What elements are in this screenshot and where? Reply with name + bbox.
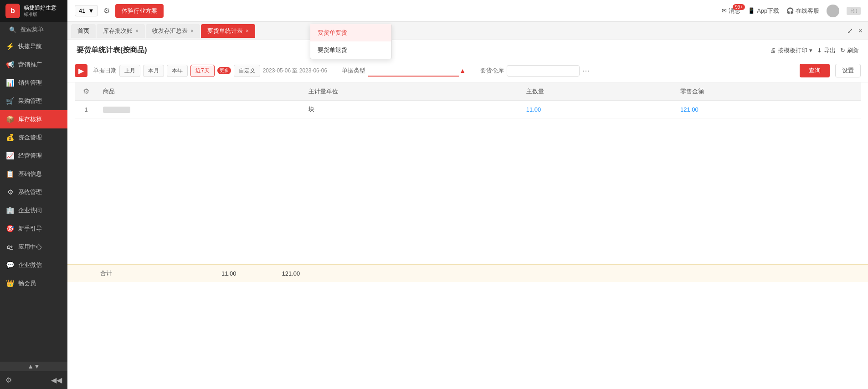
sidebar-icon-operations: 📈 <box>5 151 15 160</box>
online-service-btn[interactable]: 🎧 在线客服 <box>786 7 819 15</box>
date-btn-7days[interactable]: 近7天 <box>190 65 215 77</box>
sidebar-scroll-up[interactable]: ▲ <box>27 363 34 370</box>
sidebar-item-marketing[interactable]: 📢营销推广 <box>0 56 67 74</box>
sidebar-footer: ⚙ ◀◀ <box>0 371 67 389</box>
tab-inventory-batch[interactable]: 库存批次账 × <box>97 24 145 38</box>
type-chevron-up-icon[interactable]: ▲ <box>459 67 466 74</box>
type-input-wrapper: ▲ <box>368 65 466 77</box>
type-dropdown: 要货单要货 要货单退货 <box>310 40 392 59</box>
product-name-blurred <box>103 107 130 113</box>
topbar-gear-icon[interactable]: ⚙ <box>103 6 110 15</box>
type-filter-input[interactable] <box>368 65 459 77</box>
tab-receivable-summary-close[interactable]: × <box>190 28 194 34</box>
export-icon: ⬇ <box>817 47 822 54</box>
sidebar-label-marketing: 营销推广 <box>18 61 42 69</box>
settings-icon[interactable]: ⚙ <box>5 376 12 384</box>
tenant-selector[interactable]: 41 ▼ <box>75 5 98 16</box>
footer-quantity: 11.00 <box>221 270 236 277</box>
col-product-header: 商品 <box>98 82 303 101</box>
sidebar-icon-marketing: 📢 <box>5 60 15 69</box>
sidebar-label-operations: 经营管理 <box>18 152 42 160</box>
sidebar-icon-guide: 🎯 <box>5 224 15 233</box>
sidebar-label-basic: 基础信息 <box>18 170 42 178</box>
tab-receivable-summary[interactable]: 收发存汇总表 × <box>146 24 200 38</box>
page-actions: 🖨 按模板打印 ▾ ⬇ 导出 ↻ 刷新 <box>770 46 859 55</box>
main-area: 41 ▼ ⚙ 体验行业方案 ✉ 消息 99+ 📱 App下载 🎧 在线客服 Ri… <box>67 0 868 389</box>
date-btn-this-month[interactable]: 本月 <box>143 65 164 77</box>
sidebar-search[interactable]: 🔍 搜索菜单 <box>0 22 67 37</box>
type-filter-label: 单据类型 <box>342 67 365 75</box>
sidebar-item-guide[interactable]: 🎯新手引导 <box>0 220 67 238</box>
sidebar-scroll-down[interactable]: ▼ <box>34 363 40 370</box>
sidebar-icon-wechat: 💬 <box>5 261 15 270</box>
cell-index: 1 <box>75 101 98 118</box>
date-btn-last-month[interactable]: 上月 <box>119 65 140 77</box>
sidebar-item-member[interactable]: 👑畅会员 <box>0 274 67 292</box>
sidebar-item-system[interactable]: ⚙系统管理 <box>0 183 67 201</box>
app-logo: b <box>5 4 20 18</box>
table-row: 1 块 11.00 121.00 <box>75 101 861 118</box>
sidebar-item-enterprise[interactable]: 🏢企业协同 <box>0 201 67 220</box>
tab-home[interactable]: 首页 <box>71 24 96 38</box>
more-dates-badge[interactable]: 更多 <box>217 67 231 74</box>
sidebar-item-basic[interactable]: 📋基础信息 <box>0 165 67 183</box>
sidebar-icon-basic: 📋 <box>5 169 15 179</box>
sidebar-icon-enterprise: 🏢 <box>5 206 15 215</box>
query-btn[interactable]: 查询 <box>800 64 830 77</box>
table-body: 1 块 11.00 121.00 <box>75 101 861 118</box>
sidebar-item-quick-nav[interactable]: ⚡快捷导航 <box>0 37 67 56</box>
tab-actions: ⤢ × <box>845 26 864 36</box>
cell-amount[interactable]: 121.00 <box>675 101 861 118</box>
data-table: ⚙ 商品 主计量单位 主数量 零售金额 1 <box>75 82 861 118</box>
sidebar-item-purchase[interactable]: 🛒采购管理 <box>0 92 67 110</box>
sidebar-item-appstore[interactable]: 🛍应用中心 <box>0 238 67 256</box>
content-spacer <box>67 118 868 264</box>
cell-quantity[interactable]: 11.00 <box>521 101 675 118</box>
sidebar-label-sales: 销售管理 <box>18 79 42 87</box>
tab-order-stats[interactable]: 要货单统计表 × <box>201 24 255 38</box>
sidebar-icon-purchase: 🛒 <box>5 97 15 106</box>
col-settings-header[interactable]: ⚙ <box>75 82 98 101</box>
sidebar-item-finance[interactable]: 💰资金管理 <box>0 128 67 147</box>
table-settings-icon[interactable]: ⚙ <box>83 87 89 95</box>
chevron-down-small-icon: ▾ <box>809 47 812 54</box>
sidebar-label-wechat: 企业微信 <box>18 261 42 269</box>
refresh-btn[interactable]: ↻ 刷新 <box>840 46 859 55</box>
collapse-icon[interactable]: ◀◀ <box>51 376 62 384</box>
tab-fullscreen-btn[interactable]: ⤢ <box>845 26 855 36</box>
print-btn[interactable]: 🖨 按模板打印 ▾ <box>770 46 812 55</box>
messages-btn[interactable]: ✉ 消息 99+ <box>722 7 740 15</box>
sidebar-label-inventory: 库存核算 <box>18 115 42 123</box>
tab-inventory-batch-close[interactable]: × <box>135 28 139 34</box>
col-unit-header: 主计量单位 <box>303 82 521 101</box>
sidebar-icon-appstore: 🛍 <box>5 242 15 251</box>
date-btn-custom[interactable]: 自定义 <box>234 65 260 77</box>
tab-home-label: 首页 <box>77 27 89 35</box>
sidebar-item-wechat[interactable]: 💬企业微信 <box>0 256 67 274</box>
user-avatar[interactable] <box>827 5 839 17</box>
tabbar: 首页 库存批次账 × 收发存汇总表 × 要货单统计表 × ⤢ × <box>67 22 868 40</box>
tab-order-stats-close[interactable]: × <box>246 28 249 34</box>
export-btn[interactable]: ⬇ 导出 <box>817 46 836 55</box>
warehouse-more-icon[interactable]: ⋯ <box>582 67 590 75</box>
sidebar-icon-sales: 📊 <box>5 78 15 87</box>
sidebar-label-system: 系统管理 <box>18 188 42 196</box>
topbar-left: 41 ▼ ⚙ 体验行业方案 <box>75 4 164 18</box>
settings-btn[interactable]: 设置 <box>835 64 861 77</box>
sidebar-item-operations[interactable]: 📈经营管理 <box>0 147 67 165</box>
warehouse-filter-input[interactable] <box>507 65 580 77</box>
date-btn-this-year[interactable]: 本年 <box>167 65 188 77</box>
sidebar-item-inventory[interactable]: 📦库存核算 <box>0 110 67 128</box>
tab-receivable-summary-label: 收发存汇总表 <box>152 27 188 35</box>
app-download-btn[interactable]: 📱 App下载 <box>748 7 779 15</box>
filter-toggle-btn[interactable]: ▶ <box>75 64 87 77</box>
filter-bar: ▶ 单据日期 上月 本月 本年 近7天 更多 自定义 2023-05-06 至 … <box>67 59 868 82</box>
warehouse-filter-group: 要货仓库 ⋯ <box>480 65 590 77</box>
warehouse-filter-label: 要货仓库 <box>480 67 504 75</box>
tab-close-btn[interactable]: × <box>857 26 864 36</box>
dropdown-item-order-return[interactable]: 要货单退货 <box>310 41 391 59</box>
sidebar-label-enterprise: 企业协同 <box>18 206 42 215</box>
headset-icon: 🎧 <box>786 7 794 14</box>
industry-btn[interactable]: 体验行业方案 <box>115 4 164 18</box>
sidebar-item-sales[interactable]: 📊销售管理 <box>0 74 67 92</box>
